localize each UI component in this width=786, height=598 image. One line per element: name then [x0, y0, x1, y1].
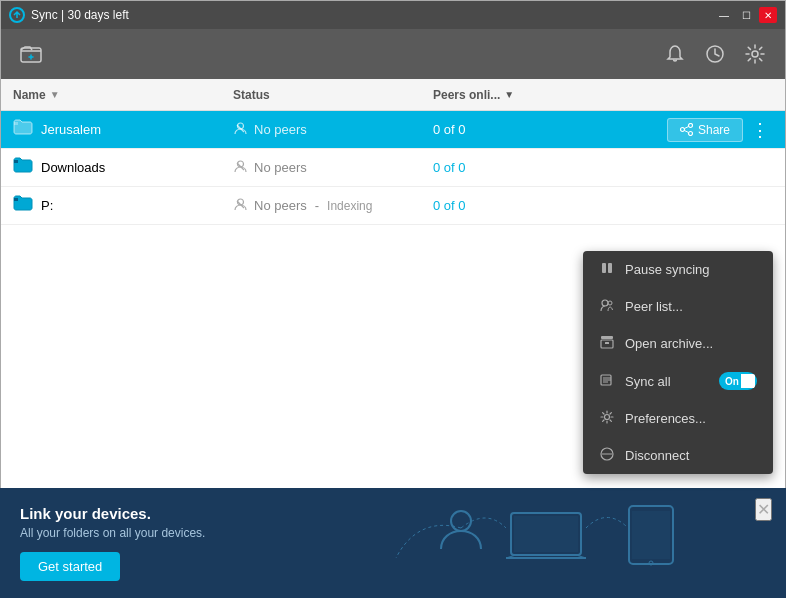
svg-line-11 — [684, 131, 688, 133]
banner-title: Link your devices. — [20, 505, 205, 522]
close-button[interactable]: ✕ — [759, 7, 777, 23]
svg-rect-12 — [14, 160, 18, 163]
archive-icon — [599, 335, 615, 352]
indexing-status: Indexing — [327, 199, 372, 213]
window-controls: — ☐ ✕ — [715, 7, 777, 23]
row-actions: Share ⋮ — [667, 118, 773, 142]
svg-point-7 — [688, 124, 692, 128]
more-options-button[interactable]: ⋮ — [747, 119, 773, 141]
status-column-header: Status — [233, 88, 433, 102]
no-peer-icon — [233, 159, 248, 177]
menu-item-preferences[interactable]: Preferences... — [583, 400, 773, 437]
sync-all-toggle[interactable]: On — [719, 372, 757, 390]
svg-rect-18 — [602, 263, 606, 273]
table-row[interactable]: Jerusalem No peers 0 of 0 — [1, 111, 785, 149]
row-status: No peers — [233, 121, 433, 139]
svg-rect-19 — [608, 263, 612, 273]
svg-rect-15 — [14, 198, 18, 201]
svg-point-3 — [752, 51, 758, 57]
svg-rect-22 — [601, 336, 613, 339]
peers-column-header[interactable]: Peers onli... ▼ — [433, 88, 593, 102]
banner-subtitle: All your folders on all your devices. — [20, 526, 205, 540]
get-started-button[interactable]: Get started — [20, 552, 120, 581]
settings-button[interactable] — [737, 36, 773, 72]
folder-icon — [13, 195, 33, 216]
app-icon — [9, 7, 25, 23]
bottom-banner: Link your devices. All your folders on a… — [0, 488, 786, 598]
row-peers: 0 of 0 — [433, 198, 593, 213]
table-header: Name ▼ Status Peers onli... ▼ — [1, 79, 785, 111]
sort-icon: ▼ — [50, 89, 60, 100]
maximize-button[interactable]: ☐ — [737, 7, 755, 23]
folder-icon — [13, 119, 33, 140]
toolbar — [1, 29, 785, 79]
svg-point-20 — [602, 300, 608, 306]
window-title: Sync | 30 days left — [31, 8, 715, 22]
row-name: P: — [13, 195, 233, 216]
banner-close-button[interactable]: ✕ — [755, 498, 772, 521]
svg-point-9 — [680, 128, 684, 132]
row-status: No peers - Indexing — [233, 197, 433, 215]
folder-icon — [13, 157, 33, 178]
notification-button[interactable] — [657, 36, 693, 72]
preferences-icon — [599, 410, 615, 427]
add-folder-button[interactable] — [13, 36, 49, 72]
svg-line-10 — [684, 127, 688, 129]
row-status: No peers — [233, 159, 433, 177]
share-icon — [680, 123, 693, 136]
peer-list-icon — [599, 298, 615, 315]
menu-item-sync-all[interactable]: Sync all On — [583, 362, 773, 400]
svg-rect-24 — [605, 342, 609, 344]
table-row[interactable]: Downloads No peers 0 of 0 — [1, 149, 785, 187]
toolbar-right — [657, 36, 773, 72]
history-button[interactable] — [697, 36, 733, 72]
device-illustration — [346, 488, 766, 598]
menu-item-open-archive[interactable]: Open archive... — [583, 325, 773, 362]
no-peer-icon — [233, 197, 248, 215]
menu-item-peer-list[interactable]: Peer list... — [583, 288, 773, 325]
pause-icon — [599, 261, 615, 278]
svg-rect-4 — [14, 122, 18, 125]
title-bar: Sync | 30 days left — ☐ ✕ — [1, 1, 785, 29]
row-name: Jerusalem — [13, 119, 233, 140]
minimize-button[interactable]: — — [715, 7, 733, 23]
peers-dropdown-icon: ▼ — [504, 89, 514, 100]
svg-point-29 — [605, 415, 610, 420]
context-menu: Pause syncing Peer list... — [583, 251, 773, 474]
toolbar-left — [13, 36, 49, 72]
banner-content: Link your devices. All your folders on a… — [20, 505, 205, 581]
row-name: Downloads — [13, 157, 233, 178]
table-row[interactable]: P: No peers - Indexing 0 of 0 — [1, 187, 785, 225]
disconnect-icon — [599, 447, 615, 464]
sync-all-icon — [599, 373, 615, 390]
menu-item-pause[interactable]: Pause syncing — [583, 251, 773, 288]
menu-item-disconnect[interactable]: Disconnect — [583, 437, 773, 474]
share-button[interactable]: Share — [667, 118, 743, 142]
row-peers: 0 of 0 — [433, 160, 593, 175]
svg-point-8 — [688, 132, 692, 136]
name-column-header[interactable]: Name ▼ — [13, 88, 233, 102]
no-peer-icon — [233, 121, 248, 139]
row-peers: 0 of 0 — [433, 122, 593, 137]
